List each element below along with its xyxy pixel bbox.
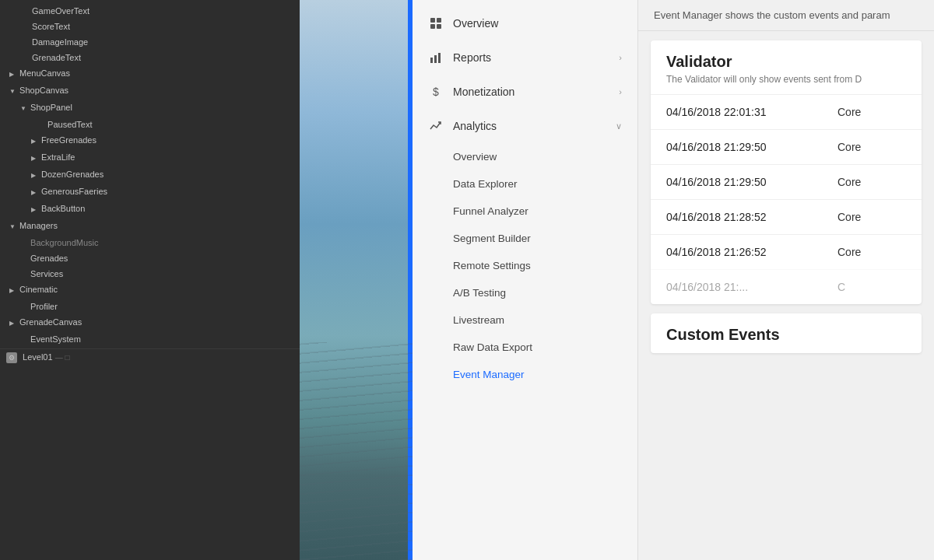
event-row-0: 04/16/2018 22:01:31 Core: [651, 94, 922, 129]
custom-events-title: Custom Events: [651, 313, 922, 353]
tree-item-label: Grenades: [30, 254, 68, 263]
tree-item-label: PausedText: [47, 120, 92, 129]
tree-item-label: DozenGrenades: [41, 170, 104, 179]
nav-sub-item-data-explorer[interactable]: Data Explorer: [413, 170, 637, 198]
bar-chart-icon: [428, 50, 444, 65]
nav-sub-item-label: Data Explorer: [453, 178, 518, 190]
tree-item-grenades[interactable]: Grenades: [0, 250, 300, 266]
custom-events-card: Custom Events: [651, 313, 922, 353]
tree-item-label: DamageImage: [32, 37, 88, 47]
nav-sub-item-raw-data-export[interactable]: Raw Data Export: [413, 334, 637, 361]
event-row-1: 04/16/2018 21:29:50 Core: [651, 129, 922, 164]
tree-item-freegrenades[interactable]: ▶ FreeGrenades: [0, 132, 300, 149]
nav-sub-item-label: A/B Testing: [453, 287, 506, 299]
nav-sub-item-funnel-analyzer[interactable]: Funnel Analyzer: [413, 198, 637, 225]
arrow-down-icon: ▼: [9, 220, 17, 234]
event-type: Core: [837, 106, 861, 118]
tree-item-backbutton[interactable]: ▶ BackButton: [0, 201, 300, 218]
nav-item-monetization[interactable]: $ Monetization ›: [413, 75, 637, 109]
nav-item-label: Monetization: [453, 86, 514, 98]
nav-item-overview[interactable]: Overview: [413, 6, 637, 40]
nav-item-label: Analytics: [453, 120, 497, 132]
tree-item-label: Level01: [23, 352, 53, 362]
arrow-right-icon: ▶: [31, 169, 39, 183]
tree-item-label: GrenadeText: [32, 53, 81, 62]
header-text: Event Manager shows the custom events an…: [654, 9, 890, 21]
nav-sub-item-label: Event Manager: [453, 369, 525, 380]
nav-sub-item-segment-builder[interactable]: Segment Builder: [413, 225, 637, 252]
nav-sub-item-label: Remote Settings: [453, 260, 531, 271]
event-row-2: 04/16/2018 21:29:50 Core: [651, 164, 922, 199]
tree-item-generousfaeries[interactable]: ▶ GenerousFaeries: [0, 184, 300, 201]
event-timestamp: 04/16/2018 21:...: [666, 281, 837, 293]
svg-rect-1: [437, 18, 441, 23]
tree-item-extralife[interactable]: ▶ ExtraLife: [0, 149, 300, 166]
event-timestamp: 04/16/2018 21:28:52: [666, 211, 837, 223]
scene-view: [300, 0, 413, 560]
tree-item-label: GrenadeCanvas: [19, 317, 82, 327]
tree-item-label: Profiler: [30, 302, 58, 311]
event-type: C: [837, 281, 845, 293]
validator-title: Validator: [651, 40, 922, 74]
nav-sub-item-event-manager[interactable]: Event Manager: [413, 361, 637, 388]
trend-icon: [428, 118, 444, 134]
content-panel: Event Manager shows the custom events an…: [638, 0, 934, 560]
nav-sub-item-ab-testing[interactable]: A/B Testing: [413, 279, 637, 306]
tree-item-label: BackgroundMusic: [30, 238, 98, 247]
tree-item-label: EventSystem: [30, 334, 81, 344]
event-type: Core: [837, 176, 861, 188]
svg-rect-5: [434, 55, 437, 63]
tree-item-cinematic[interactable]: ▶ Cinematic: [0, 282, 300, 299]
tree-item-label: GenerousFaeries: [41, 187, 107, 196]
tree-item-services[interactable]: Services: [0, 266, 300, 282]
tree-item-grenadetext[interactable]: GrenadeText: [0, 50, 300, 65]
nav-sub-item-label: Segment Builder: [453, 233, 531, 244]
tree-item-level01[interactable]: ⚙ Level01 — □: [0, 348, 300, 366]
tree-item-damageimage[interactable]: DamageImage: [0, 34, 300, 50]
tree-item-profiler[interactable]: Profiler: [0, 299, 300, 314]
svg-rect-0: [430, 18, 435, 23]
nav-sub-item-label: Livestream: [453, 314, 504, 326]
collapse-icon[interactable]: — □: [55, 353, 76, 362]
chevron-down-icon: ∨: [616, 121, 622, 131]
tree-item-label: FreeGrenades: [41, 135, 97, 145]
event-timestamp: 04/16/2018 21:26:52: [666, 246, 837, 258]
arrow-right-icon: ▶: [31, 152, 39, 166]
tree-item-label: ShopPanel: [30, 103, 72, 112]
tree-item-menucanvas[interactable]: ▶ MenuCanvas: [0, 65, 300, 82]
tree-item-eventsystem[interactable]: EventSystem: [0, 331, 300, 347]
event-timestamp: 04/16/2018 21:29:50: [666, 141, 837, 153]
tree-item-gameovertext[interactable]: GameOverText: [0, 3, 300, 19]
nav-item-analytics[interactable]: Analytics ∨: [413, 109, 637, 143]
level-icon: ⚙: [6, 352, 17, 363]
arrow-right-icon: ▶: [9, 284, 17, 298]
tree-item-shoppanel[interactable]: ▼ ShopPanel: [0, 100, 300, 117]
tree-item-backgroundmusic[interactable]: BackgroundMusic: [0, 235, 300, 250]
chevron-right-icon: ›: [619, 53, 622, 62]
tree-item-label: ExtraLife: [41, 152, 75, 162]
tree-item-label: ShopCanvas: [19, 86, 68, 95]
chevron-right-icon: ›: [619, 87, 622, 96]
event-type: Core: [837, 211, 861, 223]
svg-rect-6: [438, 53, 441, 63]
nav-sub-item-livestream[interactable]: Livestream: [413, 306, 637, 334]
validator-card: Validator The Validator will only show e…: [651, 40, 922, 304]
tree-item-pausedtext[interactable]: PausedText: [0, 117, 300, 132]
nav-item-reports[interactable]: Reports ›: [413, 40, 637, 75]
svg-rect-2: [430, 24, 435, 29]
validator-subtitle: The Validator will only show events sent…: [651, 74, 922, 94]
dollar-icon: $: [428, 84, 444, 100]
nav-panel: Overview Reports › $ Monetization › Anal…: [413, 0, 638, 560]
svg-rect-3: [437, 24, 441, 29]
event-row-partial: 04/16/2018 21:... C: [651, 269, 922, 304]
tree-item-grenadecanvas[interactable]: ▶ GrenadeCanvas: [0, 314, 300, 331]
tree-item-dozengrenades[interactable]: ▶ DozenGrenades: [0, 166, 300, 184]
event-type: Core: [837, 141, 861, 153]
nav-sub-item-overview[interactable]: Overview: [413, 143, 637, 170]
arrow-down-icon: ▼: [9, 85, 17, 99]
tree-item-shopcanvas[interactable]: ▼ ShopCanvas: [0, 82, 300, 100]
nav-sub-item-remote-settings[interactable]: Remote Settings: [413, 252, 637, 279]
tree-item-managers[interactable]: ▼ Managers: [0, 218, 300, 235]
tree-item-scoretext[interactable]: ScoreText: [0, 19, 300, 34]
event-timestamp: 04/16/2018 22:01:31: [666, 106, 837, 118]
